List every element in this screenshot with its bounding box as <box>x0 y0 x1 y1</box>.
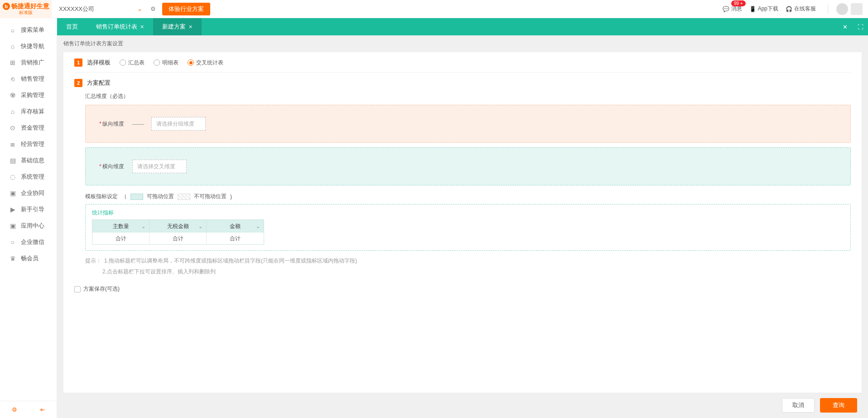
company-select[interactable]: XXXXXX公司 ⌄ <box>55 3 146 15</box>
sidebar-icon: ▤ <box>9 157 16 164</box>
collapse-sidebar-icon[interactable]: ⇤ <box>40 406 45 413</box>
phone-icon: 📱 <box>749 6 756 12</box>
step-1-title: 选择模板 <box>87 58 111 67</box>
trial-plan-button[interactable]: 体验行业方案 <box>162 3 210 15</box>
chevron-down-icon: ⌄ <box>137 5 142 12</box>
messages-badge: 99 + <box>731 0 746 6</box>
sidebar-item-13[interactable]: ○企业微信 <box>0 234 57 250</box>
sidebar-item-2[interactable]: ⊞营销推广 <box>0 54 57 71</box>
sidebar-item-4[interactable]: ♼采购管理 <box>0 87 57 103</box>
sidebar-icon: ⊙ <box>9 124 16 131</box>
tab-new-plan[interactable]: 新建方案✕ <box>153 18 202 35</box>
chevron-down-icon: ⌄ <box>141 224 145 229</box>
close-icon[interactable]: ✕ <box>140 24 144 30</box>
sidebar-item-9[interactable]: ◌系统管理 <box>0 169 57 185</box>
radio-summary[interactable]: 汇总表 <box>120 59 145 67</box>
tab-sales-order-stats[interactable]: 销售订单统计表✕ <box>87 18 153 35</box>
movable-swatch <box>130 194 143 200</box>
breadcrumb: 销售订单统计表方案设置 <box>57 35 868 52</box>
sidebar-icon: ▣ <box>9 222 16 229</box>
sidebar-item-label: 应用中心 <box>21 222 44 230</box>
stat-column-header[interactable]: 主数量⌄ <box>92 220 149 233</box>
horizontal-dimension-box: *横向维度 请选择交叉维度 <box>85 147 851 185</box>
sidebar-icon: ♼ <box>9 92 16 99</box>
sidebar-item-5[interactable]: ⌂库存核算 <box>0 103 57 120</box>
logo-icon: b <box>3 3 10 10</box>
sidebar-icon: ⌂ <box>9 43 16 50</box>
sidebar-icon: ○ <box>9 238 16 246</box>
settings-gear-icon[interactable]: ⚙ <box>12 406 17 413</box>
tab-bar: 首页 销售订单统计表✕ 新建方案✕ ✕ ⛶ <box>57 18 868 35</box>
step-2-badge: 2 <box>74 79 82 87</box>
sidebar-item-11[interactable]: ▶新手引导 <box>0 201 57 218</box>
stat-indicator-title: 统计指标 <box>92 209 844 217</box>
sidebar-icon: ⎋ <box>9 75 16 83</box>
sidebar-item-10[interactable]: ▣企业协同 <box>0 185 57 201</box>
save-plan-label: 方案保存(可选) <box>83 285 120 293</box>
sidebar-item-label: 采购管理 <box>21 91 44 99</box>
sidebar-item-label: 企业微信 <box>21 238 44 246</box>
radio-cross[interactable]: 交叉统计表 <box>188 59 223 67</box>
sidebar-item-3[interactable]: ⎋销售管理 <box>0 71 57 87</box>
horizontal-dimension-select[interactable]: 请选择交叉维度 <box>132 160 187 173</box>
vertical-dimension-select[interactable]: 请选择分组维度 <box>151 117 206 131</box>
message-icon: 💬 <box>723 6 729 12</box>
sidebar-item-label: 库存核算 <box>21 107 44 116</box>
stat-indicator-box: 统计指标 主数量⌄无税金额⌄金额⌄ 合计合计合计 <box>85 204 851 251</box>
sidebar-item-label: 营销推广 <box>21 58 44 67</box>
save-plan-checkbox[interactable] <box>74 286 81 292</box>
stat-total-cell: 合计 <box>92 233 149 244</box>
hints: 提示：1.拖动标题栏可以调整布局，不可跨维度或指标区域拖动栏目字段(只能在同一维… <box>85 255 851 277</box>
sidebar-item-12[interactable]: ▣应用中心 <box>0 218 57 234</box>
sidebar-item-8[interactable]: ▤基础信息 <box>0 152 57 169</box>
sidebar-item-14[interactable]: ♛畅会员 <box>0 250 57 267</box>
footer-actions: 取消 查询 <box>57 393 868 418</box>
online-service-link[interactable]: 🎧 在线客服 <box>786 5 816 13</box>
fullscreen-button[interactable]: ⛶ <box>853 18 868 35</box>
step-2-title: 方案配置 <box>87 79 111 87</box>
sidebar-icon: ◌ <box>9 173 16 180</box>
radio-detail[interactable]: 明细表 <box>154 59 178 67</box>
sidebar-item-label: 资金管理 <box>21 124 44 132</box>
chevron-down-icon: ⌄ <box>198 224 203 229</box>
sidebar-item-label: 搜索菜单 <box>21 26 44 34</box>
cancel-button[interactable]: 取消 <box>782 398 815 413</box>
sidebar-item-7[interactable]: ≣经营管理 <box>0 136 57 152</box>
close-icon[interactable]: ✕ <box>188 24 193 30</box>
avatar-icon[interactable] <box>836 3 848 15</box>
sidebar-icon: ⌕ <box>9 26 16 34</box>
top-bar: b畅捷通好生意 标准版 XXXXXX公司 ⌄ ⚙ 体验行业方案 💬 消息 99 … <box>0 0 868 18</box>
close-all-tabs-button[interactable]: ✕ <box>837 18 853 35</box>
sidebar-item-1[interactable]: ⌂快捷导航 <box>0 38 57 54</box>
messages-link[interactable]: 💬 消息 99 + <box>723 5 742 13</box>
sidebar-item-label: 系统管理 <box>21 173 44 181</box>
sidebar-item-0[interactable]: ⌕搜索菜单 <box>0 22 57 38</box>
sidebar-item-label: 新手引导 <box>21 205 44 214</box>
indicator-legend: 模板指标设定 （ 可拖动位置 不可拖动位置 ) <box>85 193 851 200</box>
stat-total-cell: 合计 <box>149 233 207 244</box>
chevron-down-icon: ⌄ <box>256 224 260 229</box>
sidebar-item-label: 销售管理 <box>21 75 44 83</box>
sidebar-icon: ▶ <box>9 206 16 213</box>
step-1-badge: 1 <box>74 58 82 67</box>
sidebar-item-6[interactable]: ⊙资金管理 <box>0 120 57 136</box>
query-button[interactable]: 查询 <box>820 398 857 413</box>
sidebar-icon: ⊞ <box>9 59 16 66</box>
sidebar-icon: ⌂ <box>9 108 16 115</box>
sidebar-item-label: 畅会员 <box>21 254 39 262</box>
tab-home[interactable]: 首页 <box>57 18 87 35</box>
sidebar-item-label: 快捷导航 <box>21 42 44 50</box>
app-download-link[interactable]: 📱 App下载 <box>749 5 778 13</box>
stat-total-cell: 合计 <box>207 233 264 244</box>
headset-icon: 🎧 <box>786 6 792 12</box>
sidebar-item-label: 经营管理 <box>21 140 44 148</box>
sidebar-icon: ≣ <box>9 141 16 148</box>
sidebar: ⌕搜索菜单⌂快捷导航⊞营销推广⎋销售管理♼采购管理⌂库存核算⊙资金管理≣经营管理… <box>0 18 57 418</box>
sidebar-icon: ♛ <box>9 255 16 262</box>
stat-column-header[interactable]: 金额⌄ <box>207 220 264 233</box>
sidebar-item-label: 基础信息 <box>21 156 44 165</box>
avatar-secondary[interactable] <box>851 3 863 15</box>
fixed-swatch <box>178 194 190 200</box>
stat-column-header[interactable]: 无税金额⌄ <box>149 220 207 233</box>
gear-icon[interactable]: ⚙ <box>150 5 156 12</box>
